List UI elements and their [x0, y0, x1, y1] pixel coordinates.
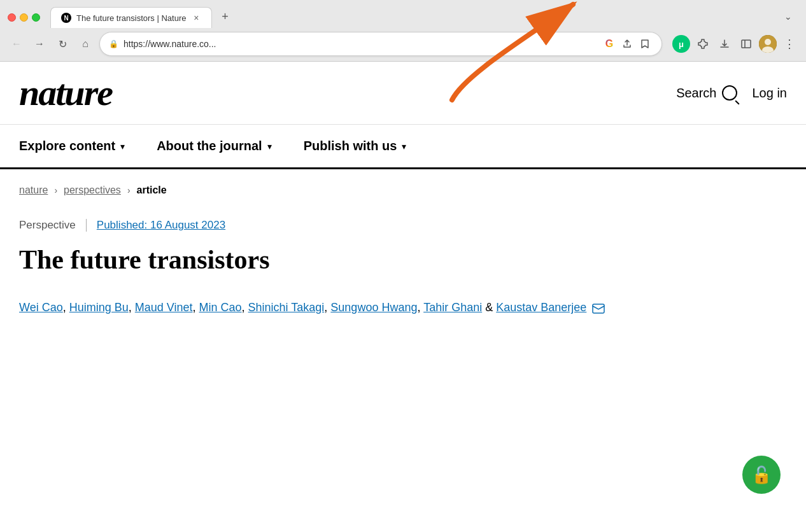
traffic-lights	[8, 13, 40, 22]
search-icon	[722, 85, 737, 101]
close-tab-button[interactable]: ×	[191, 13, 201, 23]
article-content: Perspective Published: 16 August 2023 Th…	[0, 206, 806, 330]
author-maud-vinet[interactable]: Maud Vinet	[135, 301, 193, 314]
nav-about-journal[interactable]: About the journal ▾	[157, 125, 272, 167]
lock-icon: 🔒	[109, 39, 118, 48]
explore-content-label: Explore content	[19, 139, 115, 153]
bookmark-icon[interactable]	[637, 36, 653, 52]
meta-divider	[86, 219, 87, 232]
browser-extensions: μ	[672, 35, 798, 53]
author-min-cao[interactable]: Min Cao	[199, 301, 242, 314]
breadcrumb-sep-1: ›	[54, 185, 57, 195]
author-shinichi-takagi[interactable]: Shinichi Takagi	[248, 301, 325, 314]
download-icon[interactable]	[716, 35, 733, 53]
minimize-window-button[interactable]	[20, 13, 28, 22]
about-journal-label: About the journal	[157, 139, 262, 153]
article-title: The future transistors	[19, 244, 592, 275]
forward-button[interactable]: →	[31, 35, 48, 53]
fullscreen-window-button[interactable]	[32, 13, 40, 22]
tab-favicon: N	[61, 13, 71, 23]
browser-chrome: N The future transistors | Nature × + ⌄ …	[0, 0, 806, 62]
published-date[interactable]: Published: 16 August 2023	[97, 219, 225, 232]
puzzle-extension-icon[interactable]	[694, 35, 712, 53]
svg-rect-0	[742, 40, 751, 48]
breadcrumb-nature-link[interactable]: nature	[19, 185, 48, 196]
breadcrumb-current: article	[137, 185, 167, 196]
active-tab[interactable]: N The future transistors | Nature ×	[50, 7, 212, 28]
about-journal-chevron: ▾	[267, 141, 272, 151]
login-button[interactable]: Log in	[753, 86, 788, 101]
more-options-icon[interactable]: ⋮	[781, 35, 798, 53]
author-kaustav-banerjee[interactable]: Kaustav Banerjee	[496, 301, 586, 314]
breadcrumb: nature › perspectives › article	[0, 169, 806, 206]
svg-rect-6	[593, 304, 604, 313]
svg-point-3	[765, 39, 771, 45]
email-icon[interactable]	[592, 304, 605, 314]
article-meta: Perspective Published: 16 August 2023	[19, 219, 787, 232]
tab-title: The future transistors | Nature	[76, 13, 186, 23]
close-window-button[interactable]	[8, 13, 16, 22]
header-actions: Search Log in	[676, 85, 787, 101]
browser-address-bar: ← → ↻ ⌂ 🔒 https://www.nature.co... G	[0, 28, 806, 61]
nature-logo[interactable]: nature	[19, 74, 112, 111]
author-sungwoo-hwang[interactable]: Sungwoo Hwang	[330, 301, 417, 314]
breadcrumb-perspectives-link[interactable]: perspectives	[64, 185, 121, 196]
breadcrumb-sep-2: ›	[127, 185, 131, 195]
publish-with-us-chevron: ▾	[402, 141, 406, 151]
author-wei-cao[interactable]: Wei Cao	[19, 301, 63, 314]
site-navigation: Explore content ▾ About the journal ▾ Pu…	[0, 125, 806, 167]
explore-content-chevron: ▾	[120, 141, 125, 151]
site-header: nature Search Log in Explore content ▾ A…	[0, 62, 806, 169]
sidebar-icon[interactable]	[737, 35, 755, 53]
article-type: Perspective	[19, 219, 76, 232]
new-tab-button[interactable]: +	[215, 6, 235, 27]
nav-explore-content[interactable]: Explore content ▾	[19, 125, 125, 167]
authors-list: Wei Cao, Huiming Bu, Maud Vinet, Min Cao…	[19, 298, 719, 318]
search-button[interactable]: Search	[676, 85, 737, 101]
search-label: Search	[676, 86, 716, 101]
profile-icon[interactable]	[759, 35, 777, 53]
reload-button[interactable]: ↻	[53, 35, 71, 53]
author-tahir-ghani[interactable]: Tahir Ghani	[423, 301, 482, 314]
tab-dropdown-button[interactable]: ⌄	[778, 6, 798, 27]
browser-title-bar: N The future transistors | Nature × + ⌄	[0, 0, 806, 28]
home-button[interactable]: ⌂	[76, 35, 94, 53]
author-huiming-bu[interactable]: Huiming Bu	[69, 301, 129, 314]
murf-extension-icon[interactable]: μ	[672, 35, 690, 53]
tab-bar: N The future transistors | Nature × +	[50, 6, 235, 28]
back-button[interactable]: ←	[8, 35, 25, 53]
publish-with-us-label: Publish with us	[304, 139, 397, 153]
nav-publish-with-us[interactable]: Publish with us ▾	[304, 125, 407, 167]
site-header-top: nature Search Log in	[0, 62, 806, 125]
